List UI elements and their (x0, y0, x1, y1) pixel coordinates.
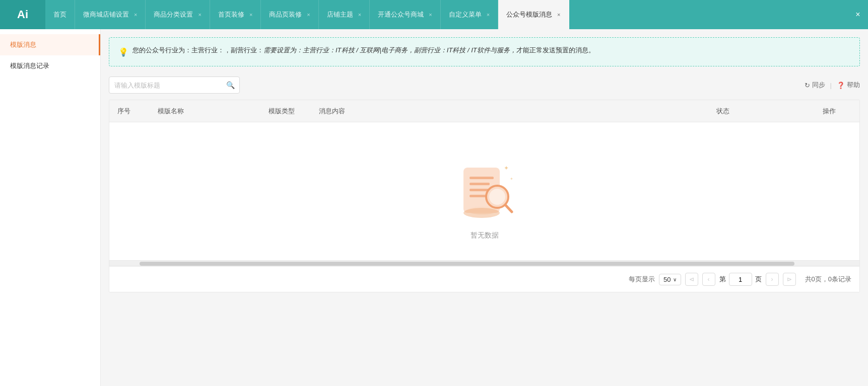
nav-tab-首页装修[interactable]: 首页装修× (210, 0, 261, 29)
nav-tab-自定义菜单[interactable]: 自定义菜单× (441, 0, 498, 29)
svg-rect-6 (470, 195, 488, 197)
page-size-label: 每页显示 (629, 275, 655, 284)
page-label-before: 第 (719, 275, 726, 284)
th-action: 操作 (799, 107, 859, 116)
tab-close-icon[interactable]: × (134, 12, 137, 18)
page-layout: 模版消息模版消息记录 💡 您的公众号行业为：主营行业：，副营行业：需要设置为：主… (0, 29, 868, 386)
page-size-value: 50 (663, 276, 671, 283)
svg-point-8 (489, 189, 505, 205)
page-label-after: 页 (755, 275, 762, 284)
svg-line-9 (505, 205, 512, 212)
sync-button[interactable]: ↻ 同步 (805, 81, 825, 90)
nav-tab-首页[interactable]: 首页 (45, 0, 75, 29)
divider: | (830, 82, 832, 89)
svg-text:✦: ✦ (504, 165, 509, 172)
nav-tab-商品分类设置[interactable]: 商品分类设置× (146, 0, 210, 29)
search-input-wrap: 🔍 (109, 76, 240, 94)
lightbulb-icon: 💡 (118, 45, 128, 59)
search-input[interactable] (109, 76, 240, 94)
tab-close-icon[interactable]: × (429, 12, 432, 18)
nav-tab-公众号模版消息[interactable]: 公众号模版消息× (498, 0, 569, 29)
prev-page-button[interactable]: ‹ (702, 273, 715, 286)
notice-box: 💡 您的公众号行业为：主营行业：，副营行业：需要设置为：主营行业：IT科技 / … (109, 37, 860, 66)
tab-close-icon[interactable]: × (249, 12, 252, 18)
table-header: 序号 模版名称 模版类型 消息内容 状态 操作 (109, 100, 859, 122)
empty-text: 暂无数据 (471, 231, 499, 240)
total-info: 共0页，0条记录 (805, 275, 851, 284)
main-content: 💡 您的公众号行业为：主营行业：，副营行业：需要设置为：主营行业：IT科技 / … (101, 29, 868, 386)
tab-close-icon[interactable]: × (557, 12, 560, 18)
page-size-dropdown-icon: ∨ (673, 277, 677, 282)
top-navigation: Ai 首页微商城店铺设置×商品分类设置×首页装修×商品页装修×店铺主题×开通公众… (0, 0, 868, 29)
svg-rect-4 (470, 183, 490, 185)
th-type: 模版类型 (260, 107, 311, 116)
horizontal-scrollbar[interactable] (109, 260, 859, 266)
tab-close-icon[interactable]: × (358, 12, 361, 18)
search-button[interactable]: 🔍 (226, 81, 235, 89)
th-content: 消息内容 (311, 107, 708, 116)
tab-close-icon[interactable]: × (307, 12, 310, 18)
empty-state: ✦ ✦ 暂无数据 (109, 122, 859, 260)
page-input-wrap: 第 页 (719, 273, 762, 286)
close-all-tabs-button[interactable]: × (848, 0, 868, 29)
svg-rect-3 (470, 177, 494, 179)
help-button[interactable]: ❓ 帮助 (837, 81, 860, 90)
nav-tab-微商城店铺设置[interactable]: 微商城店铺设置× (75, 0, 146, 29)
sync-label: 同步 (812, 81, 825, 90)
nav-tab-店铺主题[interactable]: 店铺主题× (319, 0, 370, 29)
nav-tab-商品页装修[interactable]: 商品页装修× (261, 0, 318, 29)
empty-illustration: ✦ ✦ (449, 152, 520, 223)
nav-tab-开通公众号商城[interactable]: 开通公众号商城× (370, 0, 440, 29)
svg-point-2 (463, 208, 500, 218)
sidebar: 模版消息模版消息记录 (0, 29, 101, 386)
th-seq: 序号 (109, 107, 150, 116)
sidebar-item-模版消息记录[interactable]: 模版消息记录 (0, 55, 100, 76)
svg-text:✦: ✦ (510, 177, 513, 181)
search-bar: 🔍 ↻ 同步 | ❓ 帮助 (109, 76, 860, 94)
data-table: 序号 模版名称 模版类型 消息内容 状态 操作 (109, 100, 860, 292)
sync-icon: ↻ (805, 82, 810, 89)
help-label: 帮助 (847, 81, 860, 90)
help-icon: ❓ (837, 82, 845, 89)
next-page-button[interactable]: › (766, 273, 779, 286)
search-actions: ↻ 同步 | ❓ 帮助 (805, 81, 860, 90)
th-name: 模版名称 (150, 107, 260, 116)
tab-close-icon[interactable]: × (487, 12, 490, 18)
scrollbar-thumb[interactable] (140, 262, 794, 266)
notice-text: 您的公众号行业为：主营行业：，副营行业：需要设置为：主营行业：IT科技 / 互联… (132, 45, 595, 56)
tab-close-icon[interactable]: × (198, 12, 201, 18)
last-page-button[interactable]: ⊳ (783, 273, 796, 286)
th-status: 状态 (708, 107, 799, 116)
page-size-select[interactable]: 50 ∨ (659, 274, 681, 285)
pagination: 每页显示 50 ∨ ⊲ ‹ 第 页 › ⊳ 共0页，0条记录 (109, 266, 859, 292)
nav-tabs-container: 首页微商城店铺设置×商品分类设置×首页装修×商品页装修×店铺主题×开通公众号商城… (45, 0, 848, 29)
first-page-button[interactable]: ⊲ (685, 273, 698, 286)
app-logo: Ai (0, 0, 45, 29)
sidebar-item-模版消息[interactable]: 模版消息 (0, 34, 100, 55)
page-number-input[interactable] (729, 273, 752, 286)
